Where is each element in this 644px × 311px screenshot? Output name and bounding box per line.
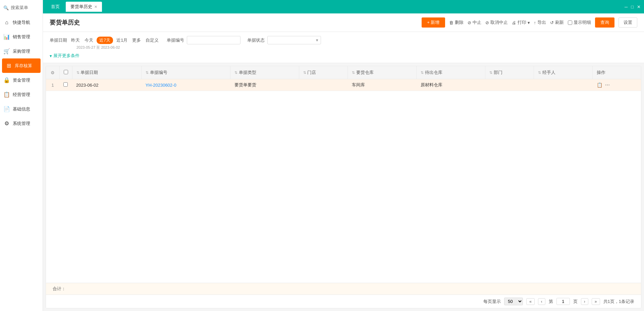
sidebar-item-finance[interactable]: 🔒 资金管理 [0, 73, 43, 87]
date-btn-today[interactable]: 今天 [83, 37, 95, 44]
export-icon: ↑ [534, 20, 536, 25]
col-settings[interactable]: ⚙ [46, 66, 59, 79]
refresh-button[interactable]: ↺ 刷新 [550, 19, 564, 26]
export-button[interactable]: ↑ 导出 [534, 19, 546, 26]
filter-area: 单据日期 昨天 今天 近7天 近1月 更多 自定义 单据编号 [43, 32, 644, 63]
status-filter-group: 单据状态 ▾ [247, 36, 321, 44]
system-icon: ⚙ [3, 120, 10, 127]
prev-page-button[interactable]: ‹ [538, 298, 545, 305]
status-label: 单据状态 [247, 37, 265, 43]
expand-icon: ▾ [50, 53, 52, 58]
window-maximize[interactable]: □ [631, 4, 634, 9]
col-dept: ⇅ 部门 [485, 66, 534, 79]
filter-row: 单据日期 昨天 今天 近7天 近1月 更多 自定义 单据编号 [50, 36, 637, 44]
page-header: 要货单历史 + 新增 🗑 删除 ⊘ 中止 ⊘ 取消中止 🖨 打印 [43, 13, 644, 32]
col-checkbox [59, 66, 72, 79]
page-title: 要货单历史 [50, 18, 80, 27]
sidebar: 🔍 搜索菜单 ⌂ 快捷导航 📊 销售管理 🛒 采购管理 ⊞ 库存核算 🔒 资金管… [0, 0, 43, 311]
show-detail-checkbox[interactable] [568, 20, 572, 25]
summary-row: 合计： [46, 283, 641, 295]
date-range-display: 2023-05-27 至 2023-06-02 [76, 45, 637, 50]
settings-button[interactable]: 设置 [619, 17, 637, 28]
next-page-button[interactable]: › [581, 298, 588, 305]
tab-order-history[interactable]: 要货单历史 ✕ [66, 2, 102, 12]
suspend-icon: ⊘ [468, 20, 471, 25]
date-btn-more[interactable]: 更多 [131, 37, 142, 44]
basic-icon: 📄 [3, 106, 10, 112]
new-button[interactable]: + 新增 [422, 17, 445, 28]
row-req-warehouse: 车间库 [348, 79, 417, 91]
row-store [299, 79, 347, 91]
first-page-button[interactable]: « [526, 298, 535, 305]
select-all-checkbox[interactable] [64, 70, 68, 74]
sidebar-item-quick-nav[interactable]: ⌂ 快捷导航 [0, 15, 43, 30]
sidebar-item-system[interactable]: ⚙ 系统管理 [0, 116, 43, 131]
show-detail-toggle[interactable]: 显示明细 [568, 19, 591, 26]
window-minimize[interactable]: ─ [625, 4, 628, 9]
purchase-icon: 🛒 [3, 48, 10, 54]
toolbar: + 新增 🗑 删除 ⊘ 中止 ⊘ 取消中止 🖨 打印 ▾ [422, 17, 637, 28]
query-button[interactable]: 查询 [595, 17, 614, 28]
row-checkbox [59, 79, 72, 91]
date-btn-custom[interactable]: 自定义 [144, 37, 160, 44]
window-close[interactable]: ✕ [637, 4, 641, 9]
pagination: 每页显示 50 100 « ‹ 第 页 › » 共1页，1条记录 [46, 295, 641, 308]
order-number-filter-group: 单据编号 [167, 36, 240, 44]
print-button[interactable]: 🖨 打印 ▾ [512, 19, 530, 26]
col-pending-warehouse: ⇅ 待出仓库 [417, 66, 485, 79]
last-page-button[interactable]: » [592, 298, 600, 305]
action-icons: 📋 ⋯ [597, 82, 637, 88]
row-dept [485, 79, 534, 91]
tab-home[interactable]: 首页 [46, 2, 64, 12]
sidebar-item-operation[interactable]: 📋 经营管理 [0, 87, 43, 102]
row-select-checkbox[interactable] [63, 82, 68, 87]
table-row: 1 2023-06-02 YH-20230602-0 要货单要货 车间 [46, 79, 641, 91]
col-actions: 操作 [593, 66, 641, 79]
row-date: 2023-06-02 [72, 79, 142, 91]
status-select[interactable] [267, 36, 321, 44]
header-right: ─ □ ✕ [625, 4, 641, 9]
suspend-button[interactable]: ⊘ 中止 [468, 19, 481, 26]
cancel-suspend-button[interactable]: ⊘ 取消中止 [485, 19, 508, 26]
more-action-icon[interactable]: ⋯ [605, 82, 610, 88]
delete-button[interactable]: 🗑 删除 [449, 19, 464, 26]
page-number-input[interactable] [556, 298, 570, 305]
date-btn-1month[interactable]: 近1月 [115, 37, 129, 44]
edit-action-icon[interactable]: 📋 [597, 82, 602, 88]
date-filter-group: 单据日期 昨天 今天 近7天 近1月 更多 自定义 [50, 37, 160, 44]
print-icon: 🖨 [512, 20, 516, 25]
sidebar-item-purchase[interactable]: 🛒 采购管理 [0, 44, 43, 58]
date-btn-yesterday[interactable]: 昨天 [70, 37, 81, 44]
row-handler [534, 79, 593, 91]
sidebar-item-sales[interactable]: 📊 销售管理 [0, 30, 43, 44]
per-page-select[interactable]: 50 100 [504, 298, 523, 305]
row-order-no: YH-20230602-0 [142, 79, 230, 91]
row-num: 1 [46, 79, 59, 91]
col-type: ⇅ 单据类型 [230, 66, 299, 79]
sidebar-item-basic[interactable]: 📄 基础信息 [0, 102, 43, 116]
tab-close-icon[interactable]: ✕ [94, 5, 97, 9]
print-arrow-icon: ▾ [528, 20, 530, 25]
col-req-warehouse: ⇅ 要货仓库 [348, 66, 417, 79]
order-number-label: 单据编号 [167, 37, 184, 43]
row-actions: 📋 ⋯ [593, 79, 641, 91]
date-btn-7days[interactable]: 近7天 [97, 37, 113, 44]
search-menu[interactable]: 🔍 搜索菜单 [0, 0, 43, 15]
order-number-input[interactable] [187, 36, 240, 44]
sidebar-item-inventory[interactable]: ⊞ 库存核算 [2, 58, 41, 73]
row-type: 要货单要货 [230, 79, 299, 91]
table-area: ⚙ ⇅ 单据日期 ⇅ 单据编号 [46, 66, 641, 308]
order-number-link[interactable]: YH-20230602-0 [146, 83, 176, 88]
finance-icon: 🔒 [3, 77, 10, 83]
delete-icon: 🗑 [449, 20, 453, 25]
main-content: 首页 要货单历史 ✕ ─ □ ✕ 要货单历史 + 新增 🗑 删除 ⊘ 中 [43, 0, 644, 311]
col-handler: ⇅ 经手人 [534, 66, 593, 79]
data-table: ⚙ ⇅ 单据日期 ⇅ 单据编号 [46, 66, 641, 91]
expand-more-button[interactable]: ▾ 展开更多条件 [50, 53, 637, 59]
home-icon: ⌂ [3, 19, 10, 26]
date-label: 单据日期 [50, 37, 67, 43]
date-range-buttons: 昨天 今天 近7天 近1月 更多 自定义 [70, 37, 160, 44]
cancel-suspend-icon: ⊘ [485, 20, 489, 25]
header-tabs: 首页 要货单历史 ✕ ─ □ ✕ [43, 0, 644, 13]
table-settings-icon[interactable]: ⚙ [51, 70, 55, 75]
